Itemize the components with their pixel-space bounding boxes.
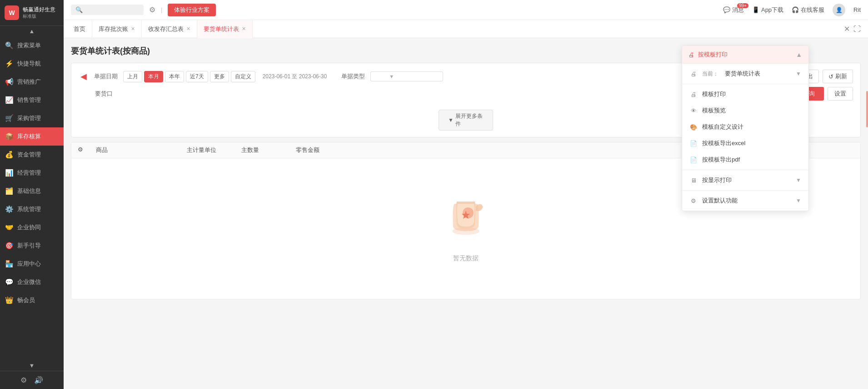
settings-bottom-icon[interactable]: ⚙	[20, 376, 27, 384]
tab-receivable-summary[interactable]: 收发存汇总表 ✕	[142, 20, 197, 38]
date-btn-this-year[interactable]: 本年	[165, 71, 184, 82]
set-default-arrow-icon: ▼	[796, 197, 801, 204]
template-print-label: 模板打印	[702, 90, 726, 98]
sidebar-item-member[interactable]: 👑 畅会员	[0, 291, 64, 309]
sidebar-item-label-newguide: 新手引导	[17, 242, 41, 250]
system-nav-icon: ⚙️	[5, 205, 14, 213]
tab-inventory-batch-close[interactable]: ✕	[131, 26, 135, 32]
tabs-bar-right: ✕ ⛶	[844, 25, 864, 33]
sidebar-item-label-marketing: 营销推广	[17, 78, 41, 86]
sidebar-item-enterprise[interactable]: 🤝 企业协同	[0, 218, 64, 237]
app-logo-icon: W	[5, 5, 19, 20]
appstore-nav-icon: 🏪	[5, 260, 14, 268]
sidebar-item-inventory[interactable]: 📦 库存核算	[0, 127, 64, 146]
sidebar-item-quick[interactable]: ⚡ 快捷导航	[0, 55, 64, 73]
dropdown-item-template-preview[interactable]: 👁 模板预览	[682, 102, 808, 119]
tab-close-window-icon[interactable]: ✕	[844, 25, 850, 33]
app-download-btn[interactable]: 📱 App下载	[752, 6, 783, 14]
sidebar-item-label-system: 系统管理	[17, 205, 41, 213]
date-filter-group: 上月 本月 本年 近7天 更多 自定义	[123, 71, 255, 82]
sidebar-scroll-up[interactable]: ▲	[0, 26, 64, 36]
sidebar-item-label-inventory: 库存核算	[17, 132, 41, 141]
app-download-icon: 📱	[752, 6, 759, 13]
sidebar-scroll-down[interactable]: ▼	[0, 360, 64, 371]
topbar-gear-icon[interactable]: ⚙	[149, 5, 155, 14]
tab-home[interactable]: 首页	[67, 20, 92, 38]
date-btn-custom[interactable]: 自定义	[231, 71, 255, 82]
dropdown-display-print[interactable]: 🖥 按显示打印 ▼	[682, 172, 808, 188]
sidebar-item-label-operation: 经营管理	[17, 169, 41, 177]
expand-more-btn[interactable]: ▼ 展开更多条件	[439, 110, 493, 131]
template-excel-label: 按模板导出excel	[702, 139, 745, 147]
filter-date-label: 单据日期	[94, 72, 118, 81]
sidebar-item-label-enterprise: 企业协同	[17, 223, 41, 232]
sidebar-item-operation[interactable]: 📊 经营管理	[0, 164, 64, 182]
filter-collapse-icon[interactable]: ◀	[79, 71, 89, 81]
tab-order-summary-close[interactable]: ✕	[242, 26, 246, 32]
dropdown-item-template-excel[interactable]: 📄 按模板导出excel	[682, 135, 808, 152]
tab-inventory-batch[interactable]: 库存批次账 ✕	[92, 20, 142, 38]
online-service-btn[interactable]: 🎧 在线客服	[792, 6, 824, 14]
order-type-arrow-icon: ▼	[389, 74, 394, 79]
sidebar-item-newguide[interactable]: 🎯 新手引导	[0, 237, 64, 255]
order-type-select[interactable]: ▼	[370, 71, 443, 81]
sidebar-item-label-sales: 销售管理	[17, 96, 41, 104]
scroll-indicator[interactable]	[866, 91, 868, 127]
sidebar-item-label-member: 畅会员	[17, 296, 35, 304]
dropdown-display-print-section: 🖥 按显示打印 ▼	[682, 170, 808, 191]
enterprise-nav-icon: 🤝	[5, 223, 14, 232]
refresh-button[interactable]: ↺ 刷新	[823, 70, 853, 83]
sidebar-item-purchase[interactable]: 🛒 采购管理	[0, 109, 64, 127]
sidebar: W 畅赢通好生意 标准版 ▲ 🔍 搜索菜单 ⚡ 快捷导航 📢 营销推广 📈 销售…	[0, 0, 64, 389]
tab-maximize-icon[interactable]: ⛶	[853, 25, 861, 33]
sidebar-logo: W 畅赢通好生意 标准版	[0, 0, 64, 26]
expand-label: 展开更多条件	[455, 112, 484, 128]
display-print-label: 按显示打印	[702, 176, 732, 184]
sidebar-item-label-search: 搜索菜单	[17, 41, 41, 50]
user-avatar[interactable]: 👤	[833, 4, 845, 16]
tab-receivable-summary-label: 收发存汇总表	[148, 25, 184, 33]
tab-receivable-summary-close[interactable]: ✕	[186, 26, 190, 32]
template-excel-icon: 📄	[689, 140, 698, 147]
topbar-right: 💬 消息 99+ 📱 App下载 🎧 在线客服 👤 Rit	[723, 4, 861, 16]
sidebar-item-finance[interactable]: 💰 资金管理	[0, 146, 64, 164]
dropdown-item-template-print[interactable]: 🖨 模板打印	[682, 86, 808, 102]
col-retail-amount: 零售金额	[296, 146, 350, 154]
sidebar-item-wechat[interactable]: 💬 企业微信	[0, 273, 64, 291]
dropdown-close-icon[interactable]: ▲	[796, 51, 802, 58]
messages-btn[interactable]: 💬 消息 99+	[723, 6, 744, 14]
audio-bottom-icon[interactable]: 🔊	[34, 376, 43, 384]
dropdown-title: 按模板打印	[698, 51, 728, 59]
sidebar-item-marketing[interactable]: 📢 营销推广	[0, 73, 64, 91]
date-btn-last-month[interactable]: 上月	[123, 71, 142, 82]
sidebar-item-basic[interactable]: 🗂️ 基础信息	[0, 182, 64, 200]
dropdown-header: 🖨 按模板打印 ▲	[682, 46, 808, 64]
app-download-label: App下载	[761, 6, 783, 14]
search-nav-icon: 🔍	[5, 41, 14, 50]
date-btn-this-month[interactable]: 本月	[144, 71, 163, 82]
topbar-search[interactable]: 🔍	[71, 5, 144, 15]
sidebar-item-search[interactable]: 🔍 搜索菜单	[0, 36, 64, 55]
dropdown-set-default-section: ⚙ 设置默认功能 ▼	[682, 191, 808, 211]
dropdown-set-default[interactable]: ⚙ 设置默认功能 ▼	[682, 192, 808, 209]
dropdown-current-template[interactable]: 🖨 当前： 要货单统计表 ▼	[682, 66, 808, 82]
dropdown-item-template-custom[interactable]: 🎨 模板自定义设计	[682, 119, 808, 135]
template-custom-icon: 🎨	[689, 124, 698, 131]
messages-badge: 99+	[737, 3, 748, 8]
trial-button[interactable]: 体验行业方案	[168, 4, 216, 16]
settings-button[interactable]: 设置	[828, 87, 853, 101]
tab-order-summary[interactable]: 要货单统计表 ✕	[197, 20, 253, 38]
sidebar-item-appstore[interactable]: 🏪 应用中心	[0, 255, 64, 273]
dropdown-item-template-pdf[interactable]: 📄 按模板导出pdf	[682, 152, 808, 168]
empty-icon	[443, 195, 489, 249]
sidebar-item-sales[interactable]: 📈 销售管理	[0, 91, 64, 109]
template-pdf-icon: 📄	[689, 157, 698, 163]
date-btn-7days[interactable]: 近7天	[186, 71, 208, 82]
date-btn-more[interactable]: 更多	[210, 71, 229, 82]
app-name: 畅赢通好生意	[23, 6, 55, 14]
sidebar-item-system[interactable]: ⚙️ 系统管理	[0, 200, 64, 218]
col-settings[interactable]: ⚙	[78, 146, 96, 154]
app-badge: 标准版	[23, 13, 55, 20]
expand-chevron-icon: ▼	[448, 117, 454, 123]
online-service-icon: 🎧	[792, 6, 799, 13]
